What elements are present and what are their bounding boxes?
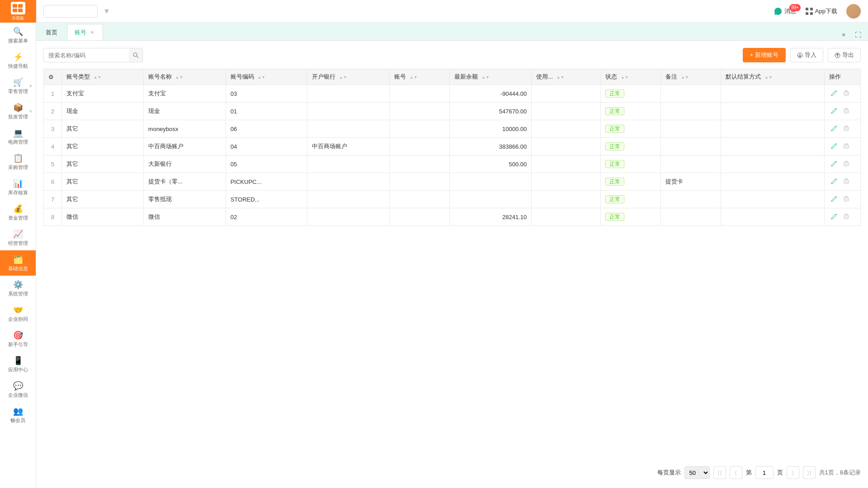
sidebar-item-system[interactable]: ⚙️ 系统管理 [0,276,36,301]
sidebar-label-member: 畅会员 [10,418,25,423]
retail-expand-icon: ▼ [28,84,33,89]
delete-button[interactable] [841,142,851,151]
sidebar-item-purchase[interactable]: 📋 采购管理 [0,149,36,174]
avatar[interactable] [846,4,861,19]
sidebar-item-operations[interactable]: 📈 经营管理 [0,225,36,250]
edit-button[interactable] [829,159,840,169]
col-action: 操作 [825,69,861,85]
delete-button[interactable] [841,160,851,169]
col-name[interactable]: 账号名称 ▲▼ [143,69,226,85]
status-badge: 正常 [605,178,624,186]
tab-account-close[interactable]: × [89,29,95,36]
col-account-sort: ▲▼ [410,75,418,80]
tab-home[interactable]: 首页 [38,24,65,40]
edit-button[interactable] [829,212,840,222]
edit-button[interactable] [829,194,840,204]
edit-button[interactable] [829,124,840,134]
sidebar-label-shortcut: 快捷导航 [8,63,28,69]
sidebar-item-wholesale[interactable]: 📦 批发管理 ▼ [0,99,36,124]
row-balance: 10000.00 [450,120,532,138]
first-page-button[interactable]: ⟨⟨ [713,466,726,479]
wholesale-icon: 📦 [13,103,23,113]
col-balance[interactable]: 最新余额 ▲▼ [450,69,532,85]
status-badge: 正常 [605,107,624,115]
page-input[interactable] [755,466,774,479]
tab-fullscreen-button[interactable]: ⛶ [853,29,863,40]
delete-button[interactable] [841,177,851,187]
add-account-button[interactable]: + 新增账号 [743,48,786,62]
sidebar-item-basic[interactable]: 🗂️ 基础信息 [0,250,36,276]
svg-rect-56 [844,215,849,219]
sidebar-item-shortcut[interactable]: ⚡ 快捷导航 [0,48,36,73]
row-name: moneybosx [143,120,226,138]
tab-account[interactable]: 账号 × [67,24,103,40]
message-badge: 99+ [789,4,801,11]
row-code: PICKUPC... [226,173,307,191]
delete-button[interactable] [841,195,851,204]
retail-icon: 🛒 [13,77,23,87]
svg-rect-3 [18,9,23,12]
sidebar-item-inventory[interactable]: 📊 库存核算 [0,174,36,200]
col-usage[interactable]: 使用... ▲▼ [532,69,601,85]
col-code[interactable]: 账号编码 ▲▼ [226,69,307,85]
export-button[interactable]: 导出 [828,48,861,62]
sidebar-item-member[interactable]: 👥 畅会员 [0,402,36,427]
prev-page-button[interactable]: ⟨ [730,466,742,479]
delete-button[interactable] [841,89,851,99]
delete-button[interactable] [841,124,851,134]
edit-button[interactable] [829,141,840,151]
page-size-select[interactable]: 50 20 100 [684,466,710,479]
row-account [390,120,450,138]
col-bank[interactable]: 开户银行 ▲▼ [307,69,390,85]
message-button[interactable]: 消息 99+ [774,7,796,16]
topbar-dropdown-icon[interactable]: ▼ [103,7,110,15]
col-settlement-sort: ▲▼ [764,75,773,80]
search-input[interactable] [44,52,129,59]
col-account[interactable]: 账号 ▲▼ [390,69,450,85]
col-status[interactable]: 状态 ▲▼ [601,69,661,85]
import-button[interactable]: 导入 [790,48,823,62]
appcenter-icon: 📱 [13,356,23,366]
col-settlement[interactable]: 默认结算方式 ▲▼ [721,69,825,85]
export-icon [835,52,840,58]
search-button[interactable] [129,48,142,62]
sidebar-item-capital[interactable]: 💰 资金管理 [0,200,36,225]
col-remark[interactable]: 备注 ▲▼ [661,69,721,85]
last-page-button[interactable]: ⟩⟩ [803,466,816,479]
edit-button[interactable] [829,177,840,187]
sidebar-item-enterprise[interactable]: 🤝 企业协同 [0,301,36,326]
next-page-button[interactable]: ⟩ [787,466,799,479]
edit-button[interactable] [829,106,840,116]
sidebar-item-newbie[interactable]: 🎯 新手引导 [0,326,36,352]
col-settlement-label: 默认结算方式 [726,73,761,80]
topbar-left: ▼ [43,5,110,18]
status-badge: 正常 [605,125,624,133]
sidebar-item-search-menu[interactable]: 🔍 搜索菜单 [0,23,36,48]
delete-button[interactable] [841,212,851,222]
sidebar-item-ecommerce[interactable]: 💻 电商管理 [0,124,36,149]
row-account [390,191,450,208]
app-download-button[interactable]: App下载 [805,7,837,15]
row-settlement [721,208,825,226]
sidebar-label-enterprise: 企业协同 [8,316,28,322]
row-status: 正常 [601,120,661,138]
row-code: 06 [226,120,307,138]
row-balance: -90444.00 [450,85,532,103]
sidebar-item-wechat[interactable]: 💬 企业微信 [0,377,36,402]
capital-icon: 💰 [13,204,23,214]
sidebar-label-wechat: 企业微信 [8,392,28,398]
sidebar-item-appcenter[interactable]: 📱 应用中心 [0,352,36,377]
sidebar-item-retail[interactable]: 🛒 零售管理 ▼ [0,73,36,99]
settings-gear-icon[interactable]: ⚙ [48,74,54,80]
delete-button[interactable] [841,107,851,116]
status-badge: 正常 [605,213,624,221]
col-type[interactable]: 账号类型 ▲▼ [62,69,144,85]
row-settlement [721,120,825,138]
row-action [825,85,861,103]
page-suffix: 页 [777,469,783,477]
tab-close-all-button[interactable]: × [838,29,849,40]
edit-button[interactable] [829,89,840,99]
topbar-search-input[interactable] [43,5,98,18]
table-row: 7 其它 零售抵现 STORED... 正常 [44,191,861,208]
row-name: 微信 [143,208,226,226]
